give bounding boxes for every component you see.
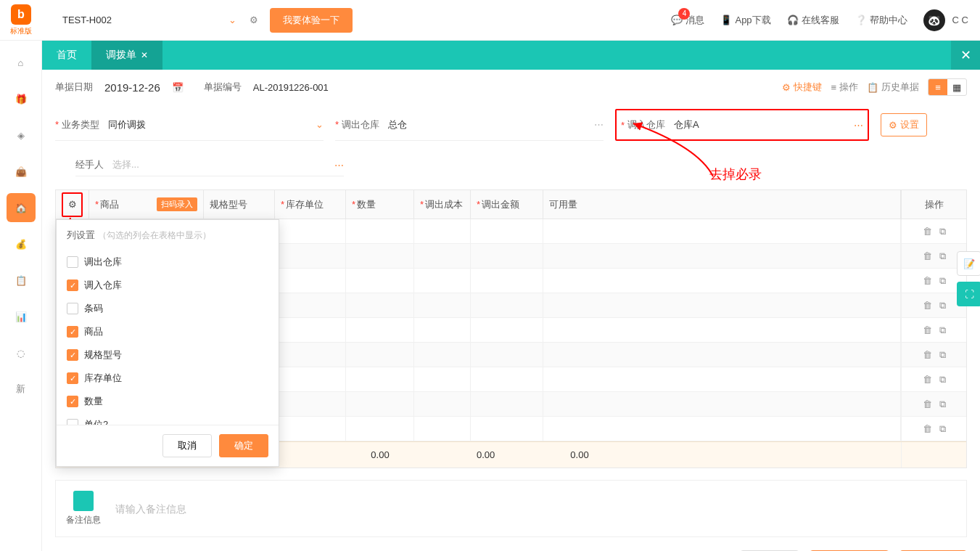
copy-icon[interactable]: ⧉ — [939, 399, 946, 410]
gear-icon: ⚙ — [889, 120, 897, 131]
col-unit: *库存单位 — [275, 190, 346, 219]
copy-icon[interactable]: ⧉ — [939, 250, 946, 262]
bill-no-value: AL-20191226-001 — [253, 82, 329, 93]
copy-icon[interactable]: ⧉ — [939, 374, 946, 385]
sidebar-gift-icon[interactable]: 🎁 — [7, 84, 36, 113]
try-button[interactable]: 我要体验一下 — [270, 8, 353, 33]
operate-link[interactable]: ≡操作 — [831, 81, 858, 94]
checkbox-icon[interactable]: ✓ — [67, 349, 78, 361]
copy-icon[interactable]: ⧉ — [939, 226, 946, 237]
app-download-link[interactable]: 📱 App下载 — [720, 14, 770, 27]
setting-button[interactable]: ⚙ 设置 — [881, 113, 927, 136]
copy-icon[interactable]: ⧉ — [939, 349, 946, 361]
cancel-button[interactable]: 取消 — [162, 434, 212, 457]
messages-link[interactable]: 💬 消息 4 — [671, 14, 704, 27]
column-option[interactable]: ✓规格型号 — [67, 343, 268, 367]
sidebar-home-icon[interactable]: ⌂ — [7, 48, 36, 77]
checkbox-icon[interactable] — [67, 303, 78, 314]
chevron-down-icon[interactable]: ⌄ — [316, 119, 324, 130]
gear-icon: ⚙ — [782, 82, 791, 93]
list-view-icon[interactable]: ≡ — [928, 79, 947, 95]
column-option[interactable]: ✓数量 — [67, 390, 268, 413]
date-value[interactable]: 2019-12-26 — [104, 81, 160, 94]
more-icon[interactable]: ⋯ — [594, 119, 604, 130]
delete-icon[interactable]: 🗑 — [923, 423, 932, 434]
biz-type-field[interactable]: * 业务类型 同价调拨 ⌄ — [55, 109, 324, 141]
user-menu[interactable]: 🐼 C C — [923, 9, 968, 31]
logo-text: 标准版 — [10, 26, 32, 36]
bill-no-label: 单据编号 — [204, 81, 242, 94]
grid-view-icon[interactable]: ▦ — [947, 79, 966, 95]
col-avail: 可用量 — [543, 190, 901, 219]
calendar-icon[interactable]: 📅 — [172, 82, 184, 93]
confirm-button[interactable]: 确定 — [219, 434, 268, 457]
checkbox-icon[interactable] — [67, 256, 78, 268]
checkbox-icon[interactable]: ✓ — [67, 396, 78, 407]
total-cost: 0.00 — [471, 442, 543, 468]
column-settings-button[interactable]: ⚙ — [56, 190, 89, 219]
sidebar: ⌂ 🎁 ◈ 👜 🏠 💰 📋 📊 ◌ 新 — [0, 41, 42, 551]
copy-icon[interactable]: ⧉ — [939, 325, 946, 336]
avatar: 🐼 — [923, 9, 945, 31]
history-link[interactable]: 📋历史单据 — [867, 81, 919, 94]
remark-input[interactable] — [115, 503, 956, 515]
org-selector[interactable]: TEST-H002 ⌄ — [55, 8, 244, 33]
help-icon: ❔ — [855, 15, 867, 25]
sidebar-bag-icon[interactable]: 👜 — [7, 157, 36, 186]
gear-icon[interactable]: ⚙ — [250, 15, 258, 25]
scan-tag[interactable]: 扫码录入 — [157, 197, 197, 211]
required-icon: * — [621, 120, 625, 131]
shortcut-link[interactable]: ⚙快捷键 — [782, 81, 822, 94]
help-link[interactable]: ❔ 帮助中心 — [855, 14, 907, 27]
tab-close-all[interactable]: ✕ — [951, 41, 980, 70]
sidebar-new-icon[interactable]: 新 — [7, 375, 36, 404]
delete-icon[interactable]: 🗑 — [923, 275, 932, 286]
view-toggle[interactable]: ≡ ▦ — [928, 78, 967, 96]
column-option[interactable]: ✓库存单位 — [67, 367, 268, 390]
sidebar-money-icon[interactable]: 💰 — [7, 229, 36, 258]
more-icon[interactable]: ⋯ — [854, 120, 863, 131]
sidebar-clipboard-icon[interactable]: 📋 — [7, 266, 36, 295]
out-store-field[interactable]: * 调出仓库 总仓 ⋯ — [335, 109, 604, 141]
rail-note-icon[interactable]: 📝 — [957, 251, 980, 276]
checkbox-icon[interactable] — [67, 419, 78, 425]
more-icon[interactable]: ⋯ — [334, 160, 344, 171]
sidebar-circle-icon[interactable]: ◌ — [7, 338, 36, 367]
delete-icon[interactable]: 🗑 — [923, 349, 932, 360]
tab-transfer[interactable]: 调拨单 ✕ — [91, 41, 162, 70]
column-settings-popup: 列设置 （勾选的列会在表格中显示） 调出仓库✓调入仓库条码✓商品✓规格型号✓库存… — [56, 219, 279, 467]
total-amt: 0.00 — [543, 442, 616, 468]
date-label: 单据日期 — [55, 81, 93, 94]
tabs-bar: 首页 调拨单 ✕ ✕ — [42, 41, 980, 70]
delete-icon[interactable]: 🗑 — [923, 399, 932, 409]
column-option[interactable]: 条码 — [67, 297, 268, 320]
delete-icon[interactable]: 🗑 — [923, 226, 932, 237]
copy-icon[interactable]: ⧉ — [939, 300, 946, 311]
sidebar-diamond-icon[interactable]: ◈ — [7, 121, 36, 150]
logo[interactable]: b 标准版 — [0, 0, 42, 41]
delete-icon[interactable]: 🗑 — [923, 250, 932, 261]
checkbox-icon[interactable]: ✓ — [67, 326, 78, 338]
required-icon: * — [335, 119, 339, 130]
column-option[interactable]: 调出仓库 — [67, 250, 268, 274]
copy-icon[interactable]: ⧉ — [939, 423, 946, 435]
in-store-field[interactable]: * 调入仓库 仓库A ⋯ — [615, 109, 869, 141]
tab-home[interactable]: 首页 — [42, 41, 91, 70]
delete-icon[interactable]: 🗑 — [923, 300, 932, 311]
sidebar-report-icon[interactable]: 📊 — [7, 302, 36, 331]
copy-icon[interactable]: ⧉ — [939, 275, 946, 287]
service-link[interactable]: 🎧 在线客服 — [787, 14, 839, 27]
chevron-down-icon: ⌄ — [228, 15, 236, 25]
column-option[interactable]: 单位2 — [67, 413, 268, 425]
sidebar-warehouse-icon[interactable]: 🏠 — [7, 193, 36, 222]
delete-icon[interactable]: 🗑 — [923, 374, 932, 385]
rail-expand-icon[interactable]: ⛶ — [957, 282, 980, 306]
column-option[interactable]: ✓商品 — [67, 320, 268, 343]
col-cost: *调出成本 — [414, 190, 471, 219]
handler-field[interactable]: 经手人 选择... ⋯ — [75, 154, 344, 176]
checkbox-icon[interactable]: ✓ — [67, 372, 78, 384]
checkbox-icon[interactable]: ✓ — [67, 279, 78, 291]
column-option[interactable]: ✓调入仓库 — [67, 274, 268, 297]
close-icon[interactable]: ✕ — [141, 50, 148, 60]
delete-icon[interactable]: 🗑 — [923, 325, 932, 335]
